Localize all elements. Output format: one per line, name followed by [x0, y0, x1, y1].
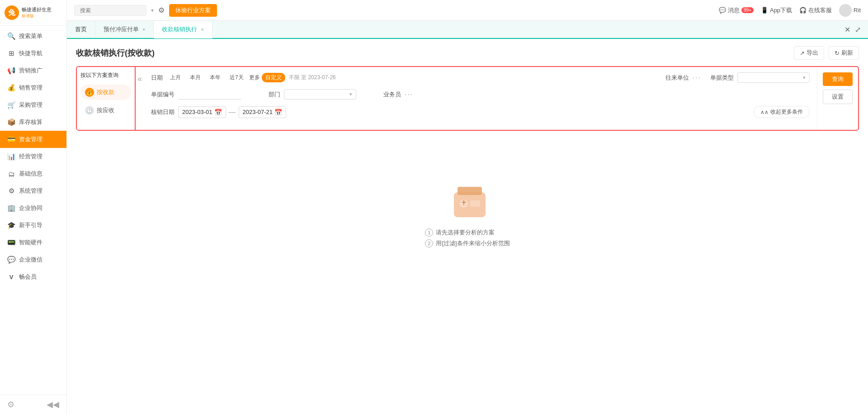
calendar-end-icon: 📅: [274, 109, 282, 116]
sidebar-nav: 🔍 搜索菜单 ⊞ 快捷导航 📢 营销推广 💰 销售管理 🛒 采购管理 📦 库存核…: [0, 26, 66, 395]
filter-actions: 查询 设置: [817, 67, 858, 130]
sidebar-item-purchase[interactable]: 🛒 采购管理: [0, 96, 66, 114]
tip-num-2: 2: [425, 239, 433, 247]
online-service-button[interactable]: 🎧 在线客服: [799, 6, 832, 14]
query-button[interactable]: 查询: [823, 72, 853, 86]
refresh-icon: ↻: [835, 50, 840, 57]
date-field: 日期 上月 本月 本年 近7天 更多 自定义 不限 至 2023-07-: [151, 73, 336, 82]
sidebar-item-system[interactable]: ⚙ 系统管理: [0, 182, 66, 200]
doc-no-input[interactable]: [178, 90, 241, 100]
sidebar-item-inventory[interactable]: 📦 库存核算: [0, 114, 66, 131]
svg-rect-0: [454, 192, 486, 217]
filter-panel: 按以下方案查询 💰 按收款 🕐 按应收 «: [76, 66, 859, 131]
dept-field: 部门 ▾: [269, 89, 356, 100]
system-icon: ⚙: [7, 187, 15, 195]
dropdown-arrow-icon[interactable]: ▾: [151, 7, 154, 14]
doc-type-label: 单据类型: [710, 74, 734, 82]
member-icon: V: [7, 274, 15, 281]
mobile-icon: 📱: [761, 7, 768, 14]
sidebar-item-search[interactable]: 🔍 搜索菜单: [0, 28, 66, 45]
date-tab-last-month[interactable]: 上月: [166, 73, 184, 82]
sidebar-item-basic[interactable]: 🗂 基础信息: [0, 165, 66, 182]
svg-rect-3: [470, 200, 480, 207]
date-custom-tag[interactable]: 自定义: [262, 73, 285, 82]
sidebar-item-operations[interactable]: 📊 经营管理: [0, 148, 66, 165]
search-input[interactable]: [74, 5, 146, 16]
staff-field: 业务员 ···: [383, 90, 413, 99]
chevron-down-icon: ▾: [803, 75, 806, 81]
sidebar-item-hardware[interactable]: 📟 智能硬件: [0, 234, 66, 251]
counterparty-more-icon[interactable]: ···: [693, 74, 701, 82]
inventory-icon: 📦: [7, 118, 15, 126]
sidebar: 兔 畅捷通好生意 标准版 🔍 搜索菜单 ⊞ 快捷导航 📢 营销推广 💰 销售管理…: [0, 0, 67, 414]
close-tab-button[interactable]: ✕: [844, 25, 850, 34]
date-tabs: 上月 本月 本年 近7天 更多 自定义 不限 至 2023-07-26: [166, 73, 336, 82]
message-badge: 99+: [741, 7, 754, 13]
doc-type-select[interactable]: ▾: [737, 72, 810, 83]
message-button[interactable]: 💬 消息 99+: [719, 6, 754, 14]
collapse-filter-icon[interactable]: «: [136, 71, 144, 87]
page-actions: ↗ 导出 ↻ 刷新: [794, 46, 859, 60]
sidebar-item-wechat[interactable]: 💬 企业微信: [0, 251, 66, 268]
tab-home[interactable]: 首页: [67, 21, 95, 38]
app-download-button[interactable]: 📱 App下载: [761, 6, 792, 14]
writeoff-date-end-input[interactable]: 2023-07-21 📅: [239, 106, 287, 118]
date-tab-7days[interactable]: 近7天: [226, 73, 247, 82]
close-prepay-tab-icon[interactable]: ×: [142, 27, 145, 32]
user-profile[interactable]: Rit: [839, 4, 861, 17]
filter-form: 日期 上月 本月 本年 近7天 更多 自定义 不限 至 2023-07-: [144, 67, 817, 130]
page-header: 收款核销执行(按收款) ↗ 导出 ↻ 刷新: [76, 46, 859, 60]
dept-select[interactable]: ▾: [284, 89, 356, 100]
hardware-icon: 📟: [7, 238, 15, 247]
export-icon: ↗: [800, 50, 805, 57]
close-receipt-writeoff-tab-icon[interactable]: ×: [201, 27, 203, 32]
writeoff-date-label: 核销日期: [151, 108, 175, 116]
refresh-button[interactable]: ↻ 刷新: [829, 46, 859, 60]
date-tab-more[interactable]: 更多: [249, 74, 260, 81]
sidebar-item-marketing[interactable]: 📢 营销推广: [0, 62, 66, 79]
purchase-icon: 🛒: [7, 101, 15, 109]
solution-button[interactable]: 休验行业方案: [169, 4, 217, 17]
expand-tab-button[interactable]: ⤢: [855, 25, 861, 34]
sidebar-bottom: ⚙ ◀◀: [0, 395, 66, 414]
writeoff-date-start-input[interactable]: 2023-03-01 📅: [178, 106, 226, 118]
tab-prepay[interactable]: 预付冲应付单 ×: [95, 21, 154, 38]
filter-option-by-payable[interactable]: 🕐 按应收: [80, 103, 131, 118]
doc-type-field: 单据类型 ▾: [710, 72, 810, 83]
tip-num-1: 1: [425, 228, 433, 237]
date-tab-this-month[interactable]: 本月: [186, 73, 204, 82]
collapse-more-button[interactable]: ∧∧ 收起更多条件: [754, 106, 810, 118]
wechat-icon: 💬: [7, 256, 15, 264]
staff-label: 业务员: [383, 90, 401, 99]
staff-more-icon[interactable]: ···: [405, 90, 413, 99]
message-icon: 💬: [719, 7, 726, 14]
sidebar-item-corp[interactable]: 🏢 企业协同: [0, 200, 66, 217]
empty-tips: 1 请先选择要分析的方案 2 用[过滤]条件来缩小分析范围: [425, 228, 509, 247]
sidebar-item-guide[interactable]: 🎓 新手引导: [0, 217, 66, 234]
export-button[interactable]: ↗ 导出: [794, 46, 824, 60]
sidebar-item-quicknav[interactable]: ⊞ 快捷导航: [0, 45, 66, 62]
settings-button[interactable]: 设置: [823, 90, 853, 104]
app-logo: 兔 畅捷通好生意 标准版: [0, 0, 66, 26]
sidebar-item-sales[interactable]: 💰 销售管理: [0, 79, 66, 96]
search-icon: 🔍: [7, 32, 15, 40]
avatar: [839, 4, 852, 17]
settings-icon[interactable]: ⚙: [7, 400, 14, 409]
empty-illustration: [445, 174, 490, 219]
sidebar-item-finance[interactable]: 💳 资金管理: [0, 131, 66, 148]
filter-option-by-receipt[interactable]: 💰 按收款: [80, 85, 131, 100]
doc-no-field: 单据编号: [151, 90, 241, 100]
gear-icon[interactable]: ⚙: [158, 6, 165, 14]
counterparty-field: 往来单位 ···: [665, 74, 701, 82]
collapse-sidebar-icon[interactable]: ◀◀: [47, 400, 59, 409]
sidebar-item-member[interactable]: V 畅会员: [0, 268, 66, 286]
corp-icon: 🏢: [7, 204, 15, 212]
tab-receipt-writeoff[interactable]: 收款核销执行 ×: [154, 21, 212, 38]
app-name: 畅捷通好生意: [22, 6, 52, 13]
top-header: ▾ ⚙ 休验行业方案 💬 消息 99+ 📱 App下载 🎧 在线客服 Rit: [67, 0, 868, 21]
date-tab-this-year[interactable]: 本年: [206, 73, 224, 82]
date-range-text: 不限 至 2023-07-26: [289, 74, 336, 81]
header-left: ▾ ⚙ 休验行业方案: [74, 4, 217, 17]
guide-icon: 🎓: [7, 221, 15, 229]
empty-svg: [445, 174, 495, 224]
